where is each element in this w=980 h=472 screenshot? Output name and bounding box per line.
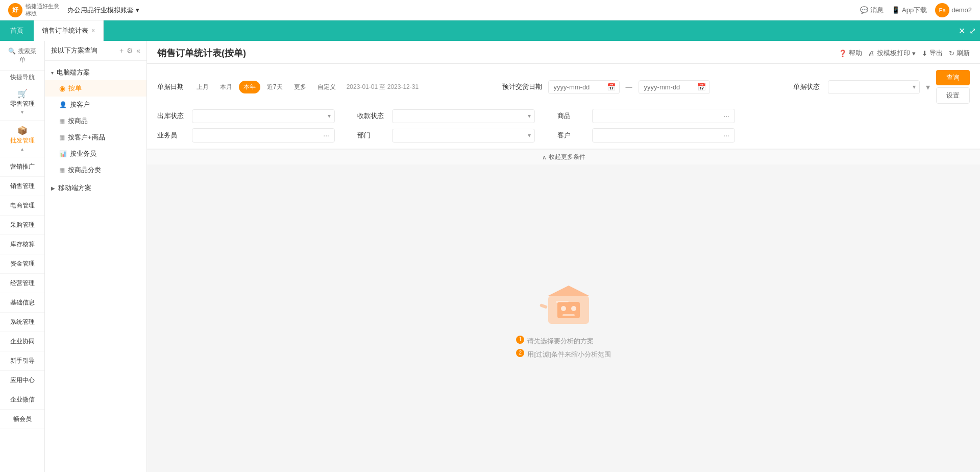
sidebar-item-retail[interactable]: 🛒 零售管理 ▾ [0,84,44,121]
empty-tip-1: 1 请先选择要分析的方案 [516,335,610,348]
delivery-status-wrap [192,109,335,123]
app-selector[interactable]: 办公用品行业模拟账套 ▾ [63,4,143,17]
salesperson-label: 业务员 [157,131,186,140]
sidebar-item-marketing[interactable]: 营销推广 [0,157,44,177]
product-select-button[interactable]: ··· [723,112,729,120]
collapse-button[interactable]: ∧ 收起更多条件 [147,149,980,164]
scheme-item-by-order[interactable]: ◉ 按单 [45,80,146,97]
logo-icon: 好 [8,3,22,17]
scheme-item-by-product-category[interactable]: ▦ 按商品分类 [45,162,146,178]
scheme-panel: 按以下方案查询 + ⚙ « ▾ 电脑端方案 ◉ [45,41,147,472]
window-maximize-icon[interactable]: ⤢ [969,26,976,36]
this-year-btn[interactable]: 本年 [239,81,260,93]
scheme-group-pc-header[interactable]: ▾ 电脑端方案 [45,65,146,80]
expected-date-end-wrap: 📅 [639,80,710,94]
sidebar-item-operation[interactable]: 经营管理 [0,274,44,293]
sidebar-item-app-center[interactable]: 应用中心 [0,371,44,390]
this-month-btn[interactable]: 本月 [215,81,237,93]
order-status-dropdown-icon[interactable]: ▾ [926,82,930,92]
department-wrap [392,129,535,143]
radio-icon: ◉ [59,84,65,92]
customer-select-button[interactable]: ··· [723,131,729,139]
scheme-group-mobile-header[interactable]: ▶ 移动端方案 [45,180,146,196]
chevron-right-icon: ▾ [21,109,23,115]
quick-nav-button[interactable]: 快捷导航 [0,71,44,84]
scheme-item-by-product[interactable]: ▦ 按商品 [45,113,146,129]
department-select[interactable] [392,129,535,143]
user-area[interactable]: Ea demo2 [935,3,972,17]
tab-home[interactable]: 首页 [0,20,34,41]
header-right: 💬 消息 📱 App下载 Ea demo2 [860,3,972,17]
last-month-btn[interactable]: 上月 [192,81,213,93]
filter-row-1: 单据日期 上月 本月 本年 近7天 更多 自定义 2023-01-01 至 20… [157,70,970,104]
search-menu-button[interactable]: 🔍 搜索菜单 [4,45,40,66]
more-date-btn[interactable]: 更多 [289,81,311,93]
sidebar-item-enterprise[interactable]: 企业协同 [0,332,44,351]
product-label: 商品 [557,111,586,121]
wholesale-icon: 📦 [17,126,28,135]
sidebar-item-ecommerce[interactable]: 电商管理 [0,196,44,216]
help-button[interactable]: ❓ 帮助 [839,49,862,58]
page-actions: ❓ 帮助 🖨 按模板打印 ▾ ⬇ 导出 ↻ 刷新 [839,49,970,58]
custom-date-btn[interactable]: 自定义 [313,81,340,93]
query-button[interactable]: 查询 [936,70,970,85]
salesperson-select-button[interactable]: ··· [323,131,329,139]
date-label: 单据日期 [157,82,186,91]
sidebar-item-member[interactable]: 畅会员 [0,410,44,429]
sidebar-item-sales[interactable]: 销售管理 [0,177,44,196]
last-7-days-btn[interactable]: 近7天 [262,81,287,93]
page-header: 销售订单统计表(按单) ❓ 帮助 🖨 按模板打印 ▾ ⬇ 导出 [147,41,980,64]
sidebar-item-inventory[interactable]: 库存核算 [0,235,44,254]
scheme-list: ▾ 电脑端方案 ◉ 按单 👤 按客户 ▦ [45,61,146,472]
content-area: 按以下方案查询 + ⚙ « ▾ 电脑端方案 ◉ [45,41,980,472]
scheme-item-by-customer-product[interactable]: ▦ 按客户+商品 [45,129,146,146]
filter-area: 单据日期 上月 本月 本年 近7天 更多 自定义 2023-01-01 至 20… [147,64,980,149]
filter-section: 单据日期 上月 本月 本年 近7天 更多 自定义 2023-01-01 至 20… [147,64,980,164]
sidebar-item-enterprise-wechat[interactable]: 企业微信 [0,390,44,410]
sidebar-item-wholesale[interactable]: 📦 批发管理 ▴ [0,121,44,157]
sidebar-item-purchase[interactable]: 采购管理 [0,216,44,235]
export-button[interactable]: ⬇ 导出 [922,49,943,58]
sidebar-search: 🔍 搜索菜单 [0,41,44,71]
svg-point-4 [561,306,566,311]
delivery-status-select[interactable] [192,109,335,123]
order-status-select[interactable] [828,80,920,94]
person-icon: 👤 [59,101,67,108]
close-icon[interactable]: × [91,27,95,34]
empty-illustration [538,275,589,326]
message-button[interactable]: 💬 消息 [860,6,884,15]
chart-icon: 📊 [59,150,67,157]
dropdown-icon: ▾ [912,50,916,57]
sidebar-item-system[interactable]: 系统管理 [0,313,44,332]
sidebar-item-guide[interactable]: 新手引导 [0,351,44,371]
scheme-panel-tools: + ⚙ « [119,46,140,55]
message-icon: 💬 [860,6,868,14]
payment-status-select[interactable] [392,109,535,123]
expected-date-end-input[interactable] [639,80,710,94]
help-icon: ❓ [839,50,847,57]
tab-sales-order-stats[interactable]: 销售订单统计表 × [34,20,104,41]
print-icon: 🖨 [868,50,875,57]
add-scheme-button[interactable]: + [119,46,124,55]
print-template-button[interactable]: 🖨 按模板打印 ▾ [868,49,916,58]
collapse-scheme-button[interactable]: « [136,46,140,55]
order-status-label: 单据状态 [793,82,822,91]
window-close-icon[interactable]: ✕ [959,26,965,36]
scheme-item-by-salesperson[interactable]: 📊 按业务员 [45,146,146,162]
settings-button[interactable]: 设置 [936,87,970,104]
search-icon: 🔍 [8,48,16,55]
sidebar-item-basics[interactable]: 基础信息 [0,293,44,313]
expected-date-start-input[interactable] [548,80,620,94]
retail-icon: 🛒 [17,89,28,99]
sidebar-item-finance[interactable]: 资金管理 [0,254,44,274]
app-download-button[interactable]: 📱 App下载 [892,6,927,15]
filter-row-2: 出库状态 收款状态 [157,109,970,123]
settings-scheme-button[interactable]: ⚙ [127,46,133,55]
action-buttons: 查询 设置 [936,70,970,104]
main-layout: 🔍 搜索菜单 快捷导航 🛒 零售管理 ▾ 📦 批发管理 ▴ 营销推广 销售管理 … [0,41,980,472]
expected-date-start-wrap: 📅 [548,80,620,94]
scheme-item-by-customer[interactable]: 👤 按客户 [45,97,146,113]
empty-tips: 1 请先选择要分析的方案 2 用[过滤]条件来缩小分析范围 [516,335,610,361]
header-left: 好 畅捷通好生意 标版 办公用品行业模拟账套 ▾ [8,3,143,17]
refresh-button[interactable]: ↻ 刷新 [949,49,970,58]
